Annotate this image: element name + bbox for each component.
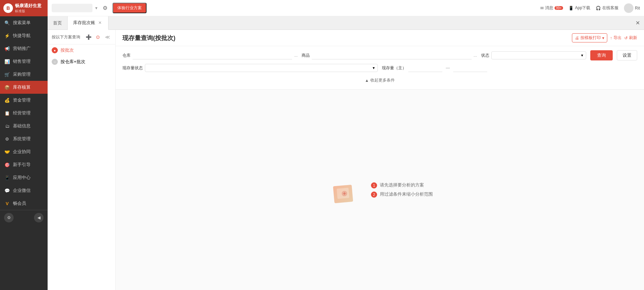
filter-stock-status: 现存量状态 ▾ [122, 64, 378, 72]
tip-text-2: 用过滤条件来缩小分析范围 [380, 191, 433, 197]
stock-status-select[interactable]: ▾ [145, 64, 378, 72]
add-plan-icon[interactable]: ➕ [85, 33, 92, 41]
page-header-actions: 🖨 按模板打印 ▾ ↑ 导出 ↺ 刷新 [572, 33, 637, 42]
vip-icon: V [4, 200, 10, 206]
enterprise-icon: 🤝 [4, 149, 10, 155]
tab-home-label: 首页 [53, 20, 62, 26]
filter-settings-button[interactable]: 设置 [617, 50, 637, 60]
empty-tips: 1 请先选择要分析的方案 2 用过滤条件来缩小分析范围 [371, 182, 433, 198]
empty-state: 1 请先选择要分析的方案 2 用过滤条件来缩小分析范围 [116, 90, 644, 290]
sidebar-item-appstore[interactable]: 📱 应用中心 [0, 171, 48, 184]
sidebar-item-marketing[interactable]: 📢 营销推广 [0, 42, 48, 55]
topbar: ▾ ⚙ 体验行业方案 ✉ 消息 99+ 📱 App下载 🎧 在线客服 Rit [48, 0, 644, 16]
sidebar-item-vip[interactable]: V 畅会员 [0, 197, 48, 210]
plan-item-warehouse-batch[interactable]: ○ 按仓库+批次 [48, 56, 115, 68]
message-icon: ✉ [540, 6, 544, 11]
tab-panel-close-btn[interactable]: ✕ [631, 16, 644, 30]
collapse-label: 收起更多条件 [370, 77, 395, 83]
stock-status-chevron-icon: ▾ [373, 66, 375, 70]
purchase-icon: 🛒 [4, 71, 10, 77]
message-label: 消息 [545, 5, 553, 11]
newbie-icon: 🎯 [4, 162, 10, 168]
product-input[interactable] [312, 52, 471, 59]
message-badge: 99+ [555, 6, 563, 10]
tip-text-1: 请先选择要分析的方案 [380, 182, 424, 188]
sidebar-item-inventory[interactable]: 📦 库存核算 [0, 81, 48, 94]
sales-icon: 📊 [4, 58, 10, 65]
collapse-panel-icon[interactable]: ≪ [104, 33, 111, 41]
app-logo: B [3, 3, 13, 13]
sidebar-item-wechat[interactable]: 💬 企业微信 [0, 184, 48, 197]
warehouse-more[interactable]: ... [294, 53, 298, 58]
collapse-sidebar-btn[interactable]: ◀ [34, 213, 44, 222]
filter-status: 状态 ▾ [481, 51, 586, 59]
plan-item-batch[interactable]: ● 按批次 [48, 44, 115, 56]
sidebar-item-finance[interactable]: 💰 资金管理 [0, 94, 48, 107]
stock-qty-max-input[interactable] [453, 64, 487, 72]
empty-tip-1: 1 请先选择要分析的方案 [371, 182, 433, 188]
finance-icon: 💰 [4, 97, 10, 103]
sidebar-item-sales[interactable]: 📊 销售管理 [0, 55, 48, 68]
print-icon: 🖨 [575, 36, 579, 40]
empty-illustration [327, 173, 361, 207]
sidebar-item-shortcut[interactable]: ⚡ 快捷导航 [0, 29, 48, 42]
sidebar-header: B 畅康通好生意 标准版 [0, 0, 48, 16]
stock-qty-min-input[interactable] [408, 64, 442, 72]
operation-icon: 📋 [4, 110, 10, 116]
app-download-item[interactable]: 📱 App下载 [569, 5, 590, 11]
trial-button[interactable]: 体验行业方案 [113, 3, 147, 13]
sidebar-item-system[interactable]: ⚙ 系统管理 [0, 132, 48, 145]
tip-num-2: 2 [371, 192, 377, 198]
query-button[interactable]: 查询 [590, 50, 613, 60]
collapse-filter-btn[interactable]: ▲ 收起更多条件 [122, 75, 637, 85]
sidebar-item-basic[interactable]: 🗂 基础信息 [0, 120, 48, 132]
print-chevron-icon: ▾ [602, 36, 604, 40]
status-label: 状态 [481, 53, 489, 58]
settings-footer-btn[interactable]: ⚙ [4, 213, 14, 222]
empty-box-svg [330, 179, 357, 206]
main-area: ▾ ⚙ 体验行业方案 ✉ 消息 99+ 📱 App下载 🎧 在线客服 Rit [48, 0, 644, 290]
app-download-icon: 📱 [569, 6, 574, 11]
refresh-button[interactable]: ↺ 刷新 [624, 35, 637, 41]
product-more[interactable]: ... [474, 53, 477, 58]
tab-inventory-batch[interactable]: 库存批次账 ✕ [68, 16, 108, 30]
online-service-item[interactable]: 🎧 在线客服 [596, 5, 618, 11]
sidebar-item-newbie[interactable]: 🎯 新手引导 [0, 158, 48, 171]
tip-num-1: 1 [371, 182, 377, 188]
stock-status-label: 现存量状态 [122, 65, 143, 71]
filter-area: 仓库 ... 商品 ... 状态 ▾ [116, 46, 644, 90]
topbar-search-text [55, 5, 75, 10]
tab-inventory-batch-label: 库存批次账 [73, 20, 95, 26]
warehouse-input[interactable] [133, 52, 292, 59]
empty-tip-2: 2 用过滤条件来缩小分析范围 [371, 191, 433, 198]
empty-content: 1 请先选择要分析的方案 2 用过滤条件来缩小分析范围 [327, 173, 433, 207]
right-area: 现存量查询(按批次) 🖨 按模板打印 ▾ ↑ 导出 ↺ 刷新 [116, 30, 644, 290]
topbar-search-box[interactable] [52, 4, 92, 12]
product-label: 商品 [302, 53, 310, 58]
sidebar-footer: ⚙ ◀ [0, 210, 48, 225]
left-panel-actions: ➕ ⊙ ≪ [85, 33, 111, 41]
topbar-gear-icon[interactable]: ⚙ [100, 3, 110, 13]
sidebar-item-operation[interactable]: 📋 经营管理 [0, 107, 48, 120]
app-name: 畅康通好生意 [15, 3, 41, 9]
plan-label-batch: 按批次 [61, 47, 74, 53]
sidebar-item-purchase[interactable]: 🛒 采购管理 [0, 68, 48, 81]
sidebar-item-search[interactable]: 🔍 搜索菜单 [0, 16, 48, 29]
basic-icon: 🗂 [4, 123, 10, 129]
wechat-icon: 💬 [4, 187, 10, 194]
user-item[interactable]: Rit [624, 3, 640, 13]
user-avatar [624, 3, 633, 13]
print-button[interactable]: 🖨 按模板打印 ▾ [572, 33, 607, 42]
sidebar-item-enterprise[interactable]: 🤝 企业协同 [0, 145, 48, 158]
settings-plan-icon[interactable]: ⊙ [94, 33, 102, 41]
refresh-icon: ↺ [624, 36, 628, 40]
message-item[interactable]: ✉ 消息 99+ [540, 5, 563, 11]
page-title: 现存量查询(按批次) [122, 34, 175, 42]
topbar-chevron-icon[interactable]: ▾ [95, 5, 98, 11]
tab-home[interactable]: 首页 [48, 16, 68, 30]
tab-close-icon[interactable]: ✕ [97, 20, 103, 25]
app-download-label: App下载 [575, 5, 590, 11]
status-select[interactable]: ▾ [491, 51, 586, 59]
collapse-icon: ▲ [365, 78, 369, 83]
export-button[interactable]: ↑ 导出 [610, 35, 622, 41]
